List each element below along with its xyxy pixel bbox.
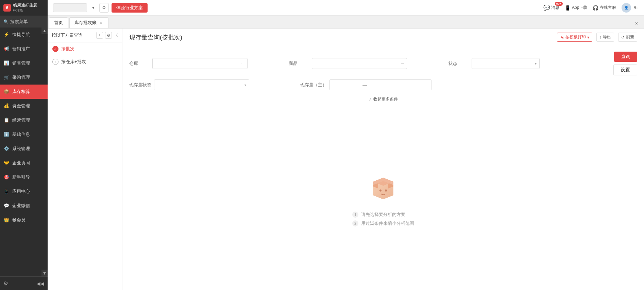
filter-panel-header: 按以下方案查询 + ⚙ 《	[48, 29, 122, 42]
sidebar-item-apps[interactable]: 📱 应用中心	[0, 184, 48, 199]
status-select[interactable]: ▾	[472, 58, 540, 69]
tab-home[interactable]: 首页	[49, 17, 68, 28]
nav-label-system: 系统管理	[12, 146, 30, 152]
filter-item-by-batch[interactable]: ✓ 按批次	[48, 42, 122, 55]
product-input[interactable]: ···	[312, 58, 407, 69]
empty-hints: 1 请先选择要分析的方案 2 用过滤条件来缩小分析范围	[352, 212, 414, 229]
user-avatar: 👤	[622, 3, 631, 13]
sidebar-nav-area: ▲ ⚡ 快捷导航 📢 营销推广 📊 销售管理 🛒 采购管理 📦 库存核算 💰 资…	[0, 28, 48, 276]
stock-qty-label: 现存量（主）	[300, 82, 327, 88]
stock-qty-from-input[interactable]	[333, 83, 360, 88]
sidebar-footer: ⚙ ◀◀	[0, 276, 48, 290]
print-icon: 🖨	[560, 35, 564, 40]
topbar-right: 💬 消息 99+ 📱 App下载 🎧 在线客服 👤 Rit	[543, 3, 639, 13]
sidebar-search[interactable]: 🔍 搜索菜单	[0, 16, 48, 28]
sidebar: 6 畅康通好生意 标准版 🔍 搜索菜单 ▲ ⚡ 快捷导航 📢 营销推广 📊 销售…	[0, 0, 48, 290]
empty-hint-1: 1 请先选择要分析的方案	[352, 212, 414, 218]
collapse-more-btn[interactable]: ∧ 收起更多条件	[129, 94, 637, 104]
query-btn[interactable]: 查询	[614, 52, 637, 62]
sidebar-item-system[interactable]: ⚙️ 系统管理	[0, 142, 48, 156]
empty-illustration	[366, 171, 400, 205]
nav-icon-apps: 📱	[3, 188, 10, 195]
empty-icon	[366, 171, 400, 205]
filter-add-btn[interactable]: +	[96, 32, 103, 39]
sidebar-item-member[interactable]: 👑 畅会员	[0, 213, 48, 227]
app-title: 畅康通好生意	[13, 3, 37, 8]
nav-label-basic-info: 基础信息	[12, 131, 30, 138]
topbar-dropdown-btn[interactable]: ▾	[90, 4, 97, 11]
page-close-btn[interactable]: ×	[632, 19, 641, 28]
sidebar-item-newbie[interactable]: 🎯 新手引导	[0, 170, 48, 184]
warehouse-dots[interactable]: ···	[241, 61, 244, 66]
stock-qty-to-input[interactable]	[370, 83, 397, 88]
nav-icon-enterprise: 🤝	[3, 160, 10, 166]
sidebar-item-enterprise[interactable]: 🤝 企业协同	[0, 156, 48, 170]
sidebar-item-quick-nav[interactable]: ⚡ 快捷导航	[0, 28, 48, 42]
sidebar-item-sales[interactable]: 📊 销售管理	[0, 56, 48, 70]
sidebar-item-marketing[interactable]: 📢 营销推广	[0, 42, 48, 56]
nav-icon-system: ⚙️	[3, 146, 10, 152]
nav-icon-finance: 💰	[3, 103, 10, 109]
sidebar-item-operations[interactable]: 📋 经营管理	[0, 113, 48, 127]
stock-status-select[interactable]: ▾	[154, 79, 249, 90]
search-form: 仓库 ··· 商品 ··· 状态	[122, 46, 644, 110]
sidebar-item-wechat[interactable]: 💬 企业微信	[0, 199, 48, 213]
sidebar-nav: ⚡ 快捷导航 📢 营销推广 📊 销售管理 🛒 采购管理 📦 库存核算 💰 资金管…	[0, 28, 48, 227]
nav-label-operations: 经营管理	[12, 117, 30, 123]
search-icon: 🔍	[3, 19, 9, 24]
hint-2-num: 2	[352, 220, 358, 226]
nav-icon-quick-nav: ⚡	[3, 32, 10, 38]
sidebar-settings-btn[interactable]: ⚙	[3, 280, 8, 287]
content-area: 按以下方案查询 + ⚙ 《 ✓ 按批次 ○	[48, 29, 644, 290]
stock-qty-range[interactable]: —	[329, 79, 431, 90]
topbar-settings-btn[interactable]: ⚙	[99, 3, 109, 13]
nav-label-purchase: 采购管理	[12, 74, 30, 80]
product-dots[interactable]: ···	[401, 61, 404, 66]
sidebar-item-purchase[interactable]: 🛒 采购管理	[0, 70, 48, 85]
warehouse-input[interactable]: ···	[152, 58, 248, 69]
sidebar-item-inventory[interactable]: 📦 库存核算	[0, 85, 48, 99]
sidebar-scroll-up-btn[interactable]: ▲	[41, 28, 48, 34]
status-label: 状态	[448, 60, 469, 67]
plus-icon: +	[98, 33, 101, 38]
user-profile-btn[interactable]: 👤 Rit	[622, 3, 639, 13]
sidebar-item-basic-info[interactable]: ℹ️ 基础信息	[0, 127, 48, 142]
nav-label-newbie: 新手引导	[12, 174, 30, 180]
sidebar-scroll-down-btn[interactable]: ▼	[41, 270, 48, 276]
home-tab-label: 首页	[54, 20, 63, 26]
collapse-icon: 《	[114, 33, 118, 38]
user-name: Rit	[633, 5, 639, 10]
filter-settings-btn[interactable]: ⚙	[105, 32, 112, 39]
tabbar: 首页 库存批次账 × ×	[48, 16, 644, 29]
svg-point-5	[385, 189, 387, 192]
tab-close-btn[interactable]: ×	[99, 20, 103, 25]
search-form-row-1: 仓库 ··· 商品 ··· 状态	[129, 52, 637, 75]
app-subtitle: 标准版	[13, 8, 37, 13]
app-download-label: App下载	[572, 5, 587, 11]
filter-collapse-btn[interactable]: 《	[114, 33, 118, 38]
stock-status-field: 现存量状态 ▾	[129, 79, 295, 90]
sidebar-collapse-btn[interactable]: ◀◀	[37, 281, 44, 286]
settings-btn[interactable]: 设置	[613, 65, 637, 75]
query-actions: 查询 设置	[608, 52, 637, 75]
topbar: ▾ ⚙ 体验行业方案 💬 消息 99+ 📱 App下载 🎧 在线客服 👤	[48, 0, 644, 16]
app-title-group: 畅康通好生意 标准版	[13, 3, 37, 13]
filter-item-by-warehouse-batch[interactable]: ○ 按仓库+批次	[48, 55, 122, 68]
print-dropdown-icon: ▾	[587, 35, 589, 40]
export-btn[interactable]: ↑ 导出	[596, 33, 614, 42]
settings-icon: ⚙	[107, 33, 111, 38]
refresh-btn[interactable]: ↺ 刷新	[618, 33, 637, 42]
stock-status-label: 现存量状态	[129, 82, 151, 88]
customer-service-btn[interactable]: 🎧 在线客服	[593, 5, 616, 11]
experience-btn[interactable]: 体验行业方案	[112, 3, 148, 13]
nav-label-wechat: 企业微信	[12, 203, 30, 209]
tab-inventory-batch[interactable]: 库存批次账 ×	[69, 17, 108, 28]
print-btn[interactable]: 🖨 按模板打印 ▾	[557, 33, 592, 42]
nav-icon-sales: 📊	[3, 60, 10, 66]
messages-btn[interactable]: 💬 消息 99+	[543, 4, 559, 11]
nav-icon-member: 👑	[3, 217, 10, 223]
sidebar-item-finance[interactable]: 💰 资金管理	[0, 99, 48, 113]
topbar-search-input[interactable]	[53, 3, 87, 12]
app-download-btn[interactable]: 📱 App下载	[565, 5, 587, 11]
warehouse-field: 仓库 ···	[129, 58, 283, 69]
